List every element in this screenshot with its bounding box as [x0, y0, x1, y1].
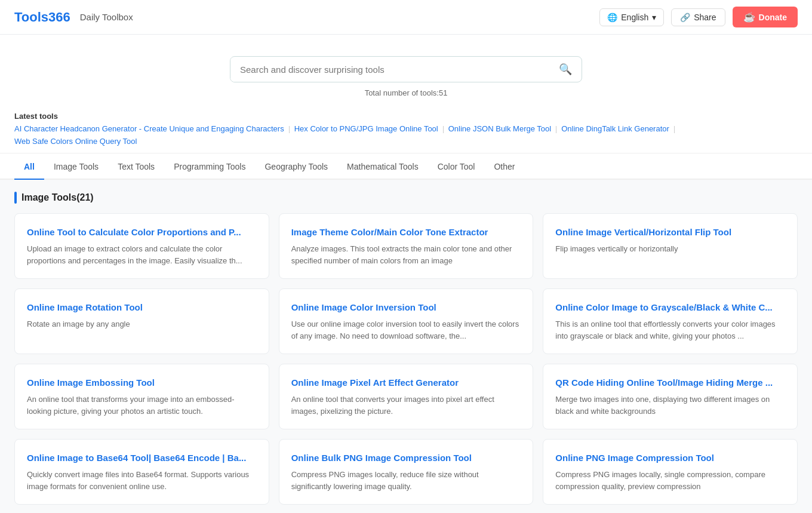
- latest-links: AI Character Headcanon Generator - Creat…: [14, 124, 798, 146]
- tool-card-title: QR Code Hiding Online Tool/Image Hiding …: [555, 376, 785, 389]
- tool-card-title: Online Color Image to Grayscale/Black & …: [555, 301, 785, 314]
- latest-link[interactable]: Online JSON Bulk Merge Tool: [448, 124, 561, 133]
- tool-card-title: Online PNG Image Compression Tool: [555, 451, 785, 464]
- tab-geography[interactable]: Geography Tools: [255, 153, 337, 180]
- tool-card-desc: Use our online image color inversion too…: [291, 318, 521, 342]
- donate-label: Donate: [759, 13, 787, 22]
- tool-card-desc: Compress PNG images locally, reduce file…: [291, 469, 521, 492]
- tool-card[interactable]: Online Color Image to Grayscale/Black & …: [543, 288, 798, 354]
- tool-card-desc: An online tool that converts your images…: [291, 394, 521, 417]
- tab-all[interactable]: All: [14, 153, 44, 180]
- section-title: Image Tools(21): [14, 192, 798, 204]
- tab-programming[interactable]: Programming Tools: [164, 153, 255, 180]
- tool-card-title: Online Image Vertical/Horizontal Flip To…: [555, 226, 785, 238]
- tool-card[interactable]: QR Code Hiding Online Tool/Image Hiding …: [543, 364, 798, 429]
- chevron-down-icon: ▾: [652, 13, 656, 22]
- latest-tools-bar: Latest tools AI Character Headcanon Gene…: [0, 107, 812, 153]
- search-area: 🔍 Total number of tools:51: [0, 35, 812, 107]
- tool-card-desc: Analyze images. This tool extracts the m…: [291, 243, 521, 266]
- tab-text[interactable]: Text Tools: [108, 153, 164, 180]
- logo[interactable]: Tools366: [14, 10, 70, 25]
- tool-card-desc: An online tool that transforms your imag…: [27, 394, 257, 417]
- tool-card-title: Online Image Pixel Art Effect Generator: [291, 376, 521, 389]
- search-input[interactable]: [230, 57, 549, 82]
- search-button[interactable]: 🔍: [549, 57, 582, 82]
- tool-card-title: Online Bulk PNG Image Compression Tool: [291, 451, 521, 464]
- latest-link[interactable]: Hex Color to PNG/JPG Image Online Tool: [294, 124, 448, 133]
- share-icon: 🔗: [680, 13, 690, 22]
- language-label: English: [621, 13, 648, 22]
- header-right: 🌐 English ▾ 🔗 Share ☕ Donate: [599, 7, 798, 27]
- tool-card[interactable]: Online Bulk PNG Image Compression ToolCo…: [279, 439, 534, 505]
- tool-card-title: Online Tool to Calculate Color Proportio…: [27, 226, 257, 238]
- globe-icon: 🌐: [607, 13, 617, 22]
- tab-color[interactable]: Color Tool: [428, 153, 485, 180]
- tool-card-title: Online Image Color Inversion Tool: [291, 301, 521, 314]
- donate-button[interactable]: ☕ Donate: [733, 7, 798, 27]
- tool-card[interactable]: Image Theme Color/Main Color Tone Extrac…: [279, 213, 534, 279]
- latest-link[interactable]: AI Character Headcanon Generator - Creat…: [14, 124, 294, 133]
- latest-link[interactable]: Online DingTalk Link Generator: [561, 124, 679, 133]
- tools-grid: Online Tool to Calculate Color Proportio…: [14, 213, 798, 513]
- tool-card-desc: Flip images vertically or horizontally: [555, 243, 785, 255]
- tool-card-desc: Rotate an image by any angle: [27, 318, 257, 330]
- tool-card[interactable]: Online Image Pixel Art Effect GeneratorA…: [279, 364, 534, 429]
- tool-card[interactable]: Online Image Embossing ToolAn online too…: [14, 364, 269, 429]
- tool-card-title: Online Image to Base64 Tool| Base64 Enco…: [27, 451, 257, 464]
- tool-card-title: Online Image Rotation Tool: [27, 301, 257, 314]
- tool-card-desc: This is an online tool that effortlessly…: [555, 318, 785, 342]
- tab-mathematical[interactable]: Mathematical Tools: [337, 153, 428, 180]
- latest-tools-label: Latest tools: [14, 112, 798, 121]
- tab-image[interactable]: Image Tools: [44, 153, 108, 180]
- latest-link[interactable]: Web Safe Colors Online Query Tool: [14, 137, 137, 146]
- daily-toolbox-label: Daily Toolbox: [80, 12, 133, 22]
- tool-card-title: Image Theme Color/Main Color Tone Extrac…: [291, 226, 521, 238]
- tool-card[interactable]: Online Image Color Inversion ToolUse our…: [279, 288, 534, 354]
- tool-card[interactable]: Online Image Vertical/Horizontal Flip To…: [543, 213, 798, 279]
- tool-card[interactable]: Online PNG Image Compression ToolCompres…: [543, 439, 798, 505]
- tool-card[interactable]: Online Tool to Calculate Color Proportio…: [14, 213, 269, 279]
- share-button[interactable]: 🔗 Share: [671, 8, 725, 26]
- tool-card-title: Online Image Embossing Tool: [27, 376, 257, 389]
- header: Tools366 Daily Toolbox 🌐 English ▾ 🔗 Sha…: [0, 0, 812, 35]
- tool-card-desc: Upload an image to extract colors and ca…: [27, 243, 257, 266]
- donate-icon: ☕: [743, 11, 755, 23]
- header-left: Tools366 Daily Toolbox: [14, 10, 133, 25]
- tab-other[interactable]: Other: [484, 153, 524, 180]
- share-label: Share: [694, 13, 716, 22]
- tool-card-desc: Merge two images into one, displaying tw…: [555, 394, 785, 417]
- language-button[interactable]: 🌐 English ▾: [599, 8, 664, 26]
- search-box: 🔍: [230, 56, 582, 82]
- tool-card[interactable]: Online Image Rotation ToolRotate an imag…: [14, 288, 269, 354]
- tool-card-desc: Quickly convert image files into Base64 …: [27, 469, 257, 492]
- main-content: Image Tools(21) Online Tool to Calculate…: [0, 180, 812, 513]
- tools-count: Total number of tools:51: [14, 88, 798, 97]
- section-title-bar: [14, 192, 17, 204]
- tabs-bar: AllImage ToolsText ToolsProgramming Tool…: [0, 153, 812, 180]
- tool-card[interactable]: Online Image to Base64 Tool| Base64 Enco…: [14, 439, 269, 505]
- tool-card-desc: Compress PNG images locally, single comp…: [555, 469, 785, 492]
- section-title-text: Image Tools(21): [21, 192, 94, 203]
- search-icon: 🔍: [559, 63, 572, 75]
